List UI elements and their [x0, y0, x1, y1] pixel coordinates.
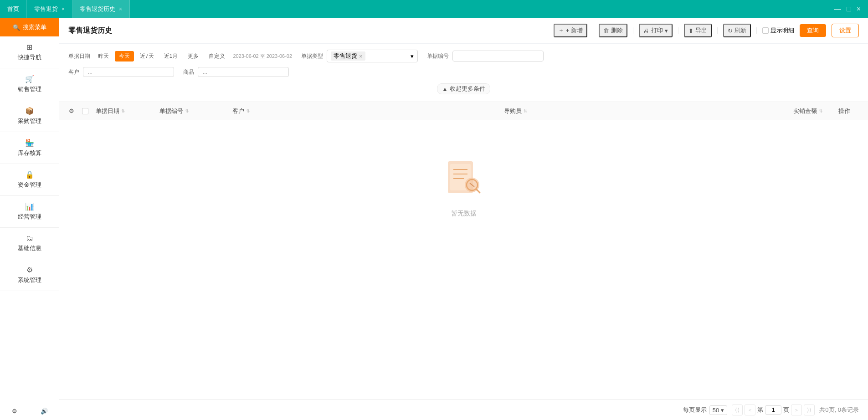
sidebar-item-sales-mgmt[interactable]: 🛒 销售管理	[0, 68, 59, 100]
sales-icon: 🛒	[25, 75, 34, 83]
settings-button[interactable]: 设置	[832, 24, 859, 37]
th-bill-date-label: 单据日期	[96, 107, 119, 115]
product-label: 商品	[183, 68, 194, 76]
sidebar-item-finance-label: 资金管理	[18, 181, 41, 189]
filter-product: 商品 ...	[183, 67, 289, 77]
customer-select-btn[interactable]: ...	[83, 67, 174, 77]
sidebar: 🔍 搜索菜单 ⊞ 快捷导航 🛒 销售管理 📦 采购管理 🏪 库存核算 🔒	[0, 18, 59, 420]
table-header: ⚙ 单据日期 ⇅ 单据编号 ⇅ 客户 ⇅ 导购员 ⇅	[59, 102, 868, 120]
filter-bar: 单据日期 昨天 今天 近7天 近1月 更多 自定义 2023-06-02 至 2…	[59, 44, 868, 102]
export-button[interactable]: ⬆ 导出	[684, 24, 712, 37]
page-size-dropdown[interactable]: 50 ▾	[709, 405, 727, 415]
close-window-icon[interactable]: ×	[857, 5, 861, 13]
settings-bottom-btn[interactable]: ⚙	[0, 402, 30, 420]
export-icon: ⬆	[688, 27, 693, 34]
table-select-all-checkbox[interactable]	[78, 108, 92, 114]
pagination-footer: 每页显示 50 ▾ ⟨⟨ ＜ 第 页 ＞ ⟩⟩ 共0页, 0条记录	[59, 400, 868, 420]
print-dropdown-icon: ▾	[665, 27, 668, 34]
sidebar-item-sales-label: 销售管理	[18, 85, 41, 93]
bill-no-label: 单据编号	[427, 52, 449, 60]
show-detail-checkbox[interactable]: 显示明细	[762, 26, 794, 35]
remove-bill-type-icon[interactable]: ×	[359, 53, 363, 60]
th-guide-label: 导购员	[504, 107, 522, 115]
bill-no-input[interactable]	[452, 51, 544, 61]
date-btn-7days[interactable]: 近7天	[136, 51, 158, 61]
bill-type-label: 单据类型	[301, 52, 323, 60]
inventory-icon: 🏪	[25, 138, 34, 147]
date-btn-more[interactable]: 更多	[184, 51, 203, 61]
date-btn-today[interactable]: 今天	[115, 51, 134, 61]
content-area: 零售退货历史 ＋ + 新增 🗑 删除 🖨 打印 ▾	[59, 18, 868, 420]
page-number-input[interactable]	[765, 405, 781, 415]
divider3	[678, 27, 678, 34]
refresh-button[interactable]: ↻ 刷新	[723, 24, 751, 37]
prev-page-btn[interactable]: ＜	[745, 405, 755, 415]
system-icon: ⚙	[26, 266, 33, 274]
tab-home[interactable]: 首页	[0, 0, 27, 18]
th-customer[interactable]: 客户 ⇅	[229, 107, 500, 115]
sidebar-item-system-mgmt[interactable]: ⚙ 系统管理	[0, 259, 59, 291]
sidebar-item-basic-info[interactable]: 🗂 基础信息	[0, 228, 59, 259]
collapse-label: 收起更多条件	[450, 85, 485, 93]
th-actual-amount[interactable]: 实销金额 ⇅	[771, 107, 826, 115]
add-label: + 新增	[566, 26, 583, 35]
th-bill-date[interactable]: 单据日期 ⇅	[92, 107, 156, 115]
divider4	[717, 27, 718, 34]
first-page-btn[interactable]: ⟨⟨	[732, 405, 743, 415]
empty-state: 暂无数据	[59, 120, 868, 254]
sidebar-item-inventory-label: 库存核算	[18, 149, 41, 157]
sort-amount-icon: ⇅	[819, 108, 822, 113]
date-btn-1month[interactable]: 近1月	[160, 51, 182, 61]
minimize-icon[interactable]: —	[834, 5, 841, 13]
search-menu-button[interactable]: 🔍 搜索菜单	[0, 18, 59, 36]
page-label: 页	[783, 406, 789, 414]
sidebar-item-purchase-mgmt[interactable]: 📦 采购管理	[0, 100, 59, 132]
operations-icon: 📊	[25, 202, 34, 211]
bill-type-dropdown-icon: ▾	[411, 53, 414, 60]
th-bill-no-label: 单据编号	[159, 107, 183, 115]
tab-retail-return-history[interactable]: 零售退货历史 ×	[72, 0, 130, 18]
add-button[interactable]: ＋ + 新增	[554, 24, 587, 37]
th-guide[interactable]: 导购员 ⇅	[500, 107, 772, 115]
product-select-btn[interactable]: ...	[198, 67, 289, 77]
filter-bill-type: 单据类型 零售退货 × ▾	[301, 50, 418, 62]
print-button[interactable]: 🖨 打印 ▾	[639, 24, 673, 37]
sidebar-item-inventory[interactable]: 🏪 库存核算	[0, 132, 59, 164]
date-btn-custom[interactable]: 自定义	[205, 51, 229, 61]
bill-date-label: 单据日期	[68, 52, 90, 60]
sidebar-item-operations-label: 经营管理	[18, 213, 41, 221]
total-info: 共0页, 0条记录	[819, 406, 859, 414]
delete-label: 删除	[611, 26, 623, 35]
print-icon: 🖨	[643, 27, 649, 34]
export-label: 导出	[695, 26, 707, 35]
filter-bill-no: 单据编号	[427, 51, 544, 61]
table-settings-icon[interactable]: ⚙	[65, 108, 78, 114]
retail-return-history-label: 零售退货历史	[80, 5, 115, 13]
th-actual-amount-label: 实销金额	[793, 107, 817, 115]
sort-customer-icon: ⇅	[246, 108, 250, 113]
page-word: 第	[757, 406, 763, 414]
th-customer-label: 客户	[232, 107, 244, 115]
maximize-icon[interactable]: □	[847, 5, 851, 13]
bill-type-value: 零售退货	[334, 52, 357, 60]
close-retail-return-icon[interactable]: ×	[62, 6, 65, 12]
collapse-button[interactable]: ▲ 收起更多条件	[437, 83, 490, 94]
sidebar-item-quick-nav[interactable]: ⊞ 快捷导航	[0, 36, 59, 68]
bill-type-select[interactable]: 零售退货 × ▾	[327, 50, 418, 62]
date-range-display: 2023-06-02 至 2023-06-02	[233, 53, 292, 60]
th-bill-no[interactable]: 单据编号 ⇅	[156, 107, 229, 115]
page-size-select: 每页显示 50 ▾	[683, 405, 727, 415]
page-header: 零售退货历史 ＋ + 新增 🗑 删除 🖨 打印 ▾	[59, 18, 868, 43]
query-button[interactable]: 查询	[800, 24, 826, 37]
top-bar: 首页 零售退货 × 零售退货历史 × — □ ×	[0, 0, 868, 18]
date-btn-yesterday[interactable]: 昨天	[94, 51, 113, 61]
close-history-icon[interactable]: ×	[119, 6, 122, 12]
next-page-btn[interactable]: ＞	[791, 405, 802, 415]
delete-button[interactable]: 🗑 删除	[599, 24, 627, 37]
sidebar-item-finance[interactable]: 🔒 资金管理	[0, 164, 59, 196]
last-page-btn[interactable]: ⟩⟩	[804, 405, 815, 415]
tab-retail-return[interactable]: 零售退货 ×	[27, 0, 72, 18]
collapse-up-icon: ▲	[442, 86, 448, 92]
audio-bottom-btn[interactable]: 🔊	[30, 402, 59, 420]
sidebar-item-operations[interactable]: 📊 经营管理	[0, 196, 59, 228]
